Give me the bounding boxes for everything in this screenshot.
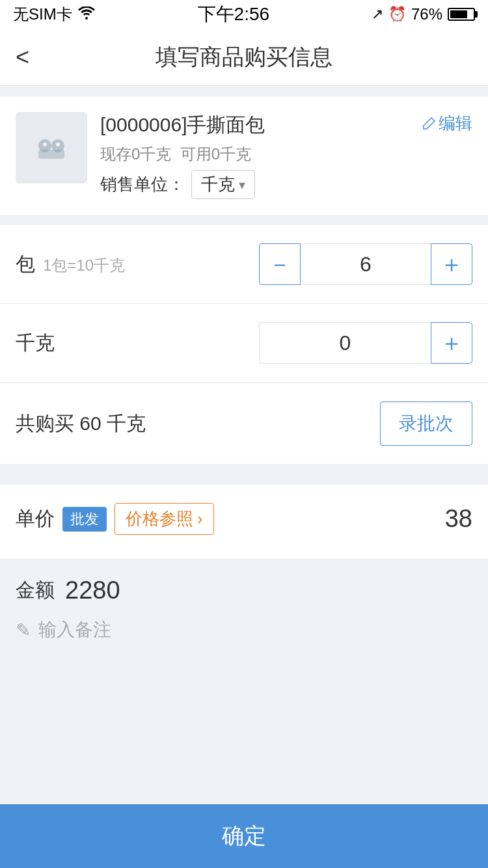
svg-point-4 (56, 142, 60, 146)
price-row: 单价 批发 价格参照 › 38 (16, 503, 472, 535)
kg-qty-input[interactable] (259, 322, 431, 364)
battery-icon (448, 8, 475, 21)
price-label: 单价 (16, 506, 55, 532)
bao-plus-button[interactable]: ＋ (431, 243, 472, 285)
svg-rect-2 (38, 150, 64, 159)
confirm-button-label: 确定 (222, 821, 266, 851)
batch-button[interactable]: 录批次 (380, 401, 472, 446)
wifi-icon (77, 5, 96, 23)
amount-row: 金额 2280 (16, 576, 472, 604)
quantity-section: 包 1包=10千克 － ＋ 千克 ＋ (0, 225, 488, 383)
bao-qty-input[interactable] (301, 243, 431, 285)
kg-qty-row: 千克 ＋ (0, 304, 488, 383)
total-label: 共购买 60 千克 (16, 411, 146, 437)
kg-label: 千克 (16, 330, 55, 357)
total-row: 共购买 60 千克 录批次 (0, 383, 488, 464)
location-icon: ↗ (372, 6, 383, 23)
price-section: 单价 批发 价格参照 › 38 (0, 485, 488, 558)
amount-label: 金额 (16, 577, 55, 604)
price-ref-arrow-icon: › (197, 509, 203, 529)
svg-point-3 (43, 142, 47, 146)
product-thumbnail (16, 112, 87, 183)
price-tag: 批发 (62, 507, 107, 532)
kg-qty-controls: ＋ (259, 322, 472, 364)
confirm-button[interactable]: 确定 (0, 804, 488, 868)
alarm-icon: ⏰ (388, 6, 406, 23)
price-value: 38 (445, 505, 472, 533)
bao-label: 包 1包=10千克 (16, 251, 125, 278)
unit-select[interactable]: 千克 ▾ (191, 170, 255, 199)
status-left: 无SIM卡 (13, 4, 96, 25)
back-button[interactable]: < (16, 44, 29, 71)
bao-sub-label: 1包=10千克 (43, 255, 125, 276)
carrier-label: 无SIM卡 (13, 4, 72, 25)
edit-button[interactable]: 编辑 (422, 112, 472, 135)
status-bar: 无SIM卡 下午2:56 ↗ ⏰ 76% (0, 0, 488, 29)
bao-qty-controls: － ＋ (259, 243, 472, 285)
bao-minus-button[interactable]: － (259, 243, 301, 285)
product-unit-row: 销售单位： 千克 ▾ (100, 170, 472, 199)
product-name: [0000006]手撕面包 (100, 112, 265, 139)
price-ref-button[interactable]: 价格参照 › (115, 503, 214, 535)
product-info: [0000006]手撕面包 编辑 现存0千克 可用0千克 销售单位： 千克 ▾ (100, 112, 472, 199)
status-right: ↗ ⏰ 76% (372, 5, 475, 23)
separator (0, 474, 488, 485)
status-time: 下午2:56 (198, 2, 270, 27)
chevron-down-icon: ▾ (239, 177, 245, 193)
amount-section: 金额 2280 ✎ 输入备注 (0, 558, 488, 673)
edit-note-icon: ✎ (16, 619, 31, 641)
note-placeholder: 输入备注 (38, 617, 111, 642)
price-label-group: 单价 批发 价格参照 › (16, 503, 214, 535)
page-spacer (0, 673, 488, 804)
note-row[interactable]: ✎ 输入备注 (16, 617, 472, 655)
amount-value: 2280 (65, 576, 120, 604)
nav-bar: < 填写商品购买信息 (0, 29, 488, 86)
battery-percent: 76% (411, 5, 442, 23)
product-card: [0000006]手撕面包 编辑 现存0千克 可用0千克 销售单位： 千克 ▾ (0, 96, 488, 215)
page-title: 填写商品购买信息 (156, 42, 332, 72)
bao-qty-row: 包 1包=10千克 － ＋ (0, 225, 488, 304)
kg-plus-button[interactable]: ＋ (431, 322, 472, 364)
product-stock: 现存0千克 可用0千克 (100, 144, 472, 165)
